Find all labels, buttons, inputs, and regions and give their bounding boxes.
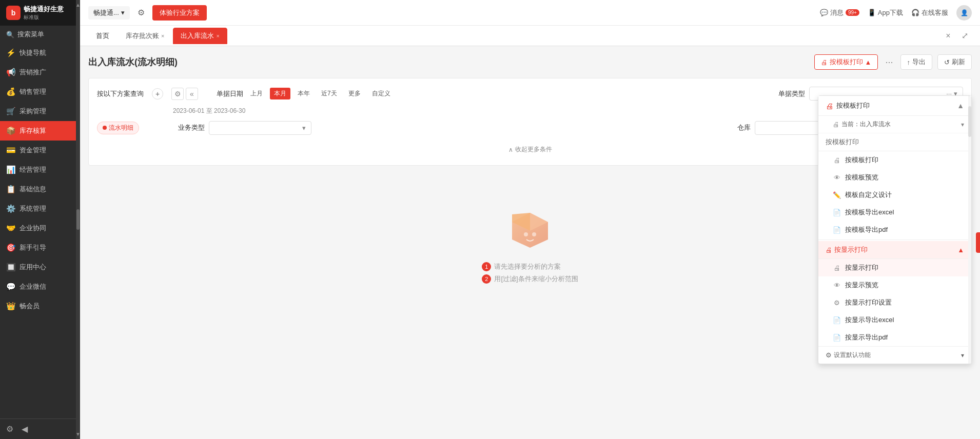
date-option-current-month[interactable]: 本月 [270,88,290,99]
sidebar-search[interactable]: 🔍 搜索菜单 [0,26,76,43]
tab-inventory-batch-close[interactable]: × [161,33,164,39]
display-settings-icon: ⚙ [833,298,841,307]
sidebar-item-inventory[interactable]: 📦 库存核算 [0,121,76,141]
date-option-last-7days[interactable]: 近7天 [317,88,341,99]
dropdown-item-display-preview[interactable]: 👁 按显示预览 [818,276,971,294]
dropdown-title: 按模板打印 [836,101,957,110]
display-preview-icon: 👁 [833,281,841,289]
dropdown-item-display-settings[interactable]: ⚙ 按显示打印设置 [818,294,971,311]
sidebar-item-basic-info[interactable]: 📋 基础信息 [0,179,76,199]
sidebar-item-vip[interactable]: 👑 畅会员 [0,296,76,316]
guide-icon: 🎯 [6,243,15,252]
page-header: 出入库流水(流水明细) 🖨 按模板打印 ▲ ··· ↑ 导出 ↺ 刷新 [88,54,972,70]
username-text: 畅捷通... [93,8,119,17]
date-filter-label: 单据日期 [217,89,243,98]
step-text-1: 请先选择要分析的方案 [494,262,561,271]
dropdown-item-template-preview[interactable]: 👁 按模板预览 [818,169,971,186]
export-btn[interactable]: ↑ 导出 [900,54,933,70]
template-excel-label: 按模板导出excel [845,208,894,217]
sidebar-item-finance[interactable]: 💳 资金管理 [0,141,76,160]
message-btn[interactable]: 💬 消息 99+ [820,8,859,17]
app-download-label: App下载 [878,8,903,17]
tab-inout-flow[interactable]: 出入库流水 × [173,28,227,44]
add-filter-btn[interactable]: + [152,88,163,99]
sidebar-logo: b 畅捷通好生意 标准版 [0,0,76,26]
search-icon: 🔍 [6,31,14,38]
sidebar-item-sales[interactable]: 💰 销售管理 [0,82,76,102]
content-area: 出入库流水(流水明细) 🖨 按模板打印 ▲ ··· ↑ 导出 ↺ 刷新 [80,46,980,439]
dropdown-item-template-excel[interactable]: 📄 按模板导出excel [818,204,971,221]
sidebar-item-guide[interactable]: 🎯 新手引导 [0,238,76,257]
sidebar-item-label: 企业协同 [19,224,46,233]
step-text-2: 用[过滤]条件来缩小分析范围 [494,274,578,284]
print-template-btn[interactable]: 🖨 按模板打印 ▲ [814,54,878,70]
username-dropdown-icon[interactable]: ▾ [121,9,125,16]
sidebar-settings-icon[interactable]: ⚙ [6,424,13,434]
print-dropdown-chevron[interactable]: ▲ [865,58,872,66]
phone-icon: 📱 [868,9,876,16]
close-window-btn[interactable]: × [941,29,955,43]
svg-point-3 [524,232,528,236]
current-label: 当前：出入库流水 [841,120,959,129]
user-avatar[interactable]: 👤 [956,5,972,21]
tab-inout-flow-close[interactable]: × [216,33,219,39]
date-option-current-year[interactable]: 本年 [293,88,314,99]
tab-inout-flow-label: 出入库流水 [181,31,214,41]
dropdown-item-display-print[interactable]: 🖨 按显示打印 [818,259,971,276]
date-option-last-month[interactable]: 上月 [246,88,267,99]
dropdown-section-display: 🖨 按显示打印 ▲ [818,241,971,259]
dropdown-footer[interactable]: ⚙ 设置默认功能 ▾ [818,346,971,364]
topbar-settings-btn[interactable]: ⚙ [134,6,148,20]
system-icon: ⚙️ [6,204,15,213]
tab-home[interactable]: 首页 [88,28,117,44]
expand-window-btn[interactable]: ⤢ [957,29,972,43]
date-option-more[interactable]: 更多 [344,88,365,99]
message-icon: 💬 [820,9,828,16]
sidebar-item-operations[interactable]: 📊 经营管理 [0,160,76,179]
online-service-btn[interactable]: 🎧 在线客服 [911,8,948,17]
dropdown-item-display-pdf[interactable]: 📄 按显示导出pdf [818,329,971,346]
right-edge-handle[interactable] [976,232,980,253]
filter-collapse-icon[interactable]: « [186,88,198,100]
dropdown-item-template-print[interactable]: 🖨 按模板打印 [818,151,971,169]
collapse-label: 收起更多条件 [515,145,552,154]
export-label: 导出 [912,57,926,67]
sidebar-item-app-center[interactable]: 🔲 应用中心 [0,257,76,277]
type-filter-label: 单据类型 [778,89,805,98]
sidebar-item-system[interactable]: ⚙️ 系统管理 [0,199,76,218]
more-actions-btn[interactable]: ··· [883,57,895,68]
app-download-btn[interactable]: 📱 App下载 [868,8,903,17]
sidebar-item-marketing[interactable]: 📢 营销推广 [0,63,76,82]
step-num-2: 2 [482,274,491,284]
date-option-custom[interactable]: 自定义 [368,88,395,99]
dropdown-collapse-btn[interactable]: ▲ [957,102,964,110]
quick-nav-icon: ⚡ [6,48,15,57]
sidebar-item-cooperation[interactable]: 🤝 企业协同 [0,218,76,238]
display-print-label: 按显示打印 [845,263,878,272]
sidebar-scrollbar[interactable]: ▲ ▼ [76,0,80,439]
display-excel-label: 按显示导出excel [845,315,894,325]
sidebar-item-wechat[interactable]: 💬 企业微信 [0,277,76,296]
refresh-btn[interactable]: ↺ 刷新 [937,54,972,70]
filter-settings-icon[interactable]: ⚙ [171,88,184,100]
sidebar-collapse-icon[interactable]: ◀ [22,424,28,434]
display-pdf-label: 按显示导出pdf [845,333,888,342]
flow-detail-tag[interactable]: 流水明细 [97,122,139,134]
dropdown-item-template-design[interactable]: ✏️ 模板自定义设计 [818,186,971,204]
dropdown-scrollbar[interactable] [968,96,971,364]
filter-icon-group: ⚙ « [171,88,198,100]
basic-info-icon: 📋 [6,185,15,194]
dropdown-item-display-excel[interactable]: 📄 按显示导出excel [818,311,971,329]
dropdown-scroll-thumb [968,106,971,137]
tabbar: 首页 库存批次账 × 出入库流水 × × ⤢ [80,26,980,46]
sidebar-item-purchase[interactable]: 🛒 采购管理 [0,102,76,121]
sidebar-item-quick-nav[interactable]: ⚡ 快捷导航 [0,43,76,63]
biz-type-dropdown-icon: ▾ [302,124,306,132]
display-print-icon: 🖨 [833,264,841,272]
biz-type-select[interactable]: ▾ [209,121,311,135]
dropdown-item-template-pdf[interactable]: 📄 按模板导出pdf [818,221,971,238]
industry-btn[interactable]: 体验行业方案 [152,5,207,21]
inventory-icon: 📦 [6,126,15,135]
headset-icon: 🎧 [911,9,919,16]
tab-inventory-batch[interactable]: 库存批次账 × [118,28,172,44]
